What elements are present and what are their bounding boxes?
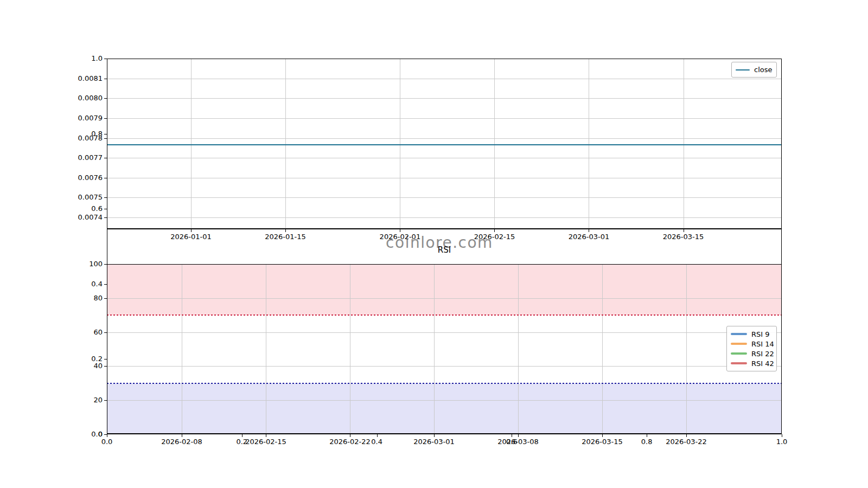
tick-mark xyxy=(104,158,107,158)
tick-mark xyxy=(647,434,647,437)
overlay-x-tick-label: 0.2 xyxy=(236,438,247,446)
tick-mark xyxy=(512,434,512,437)
price-y-tick-label: 0.0079 xyxy=(0,114,103,122)
tick-mark xyxy=(104,298,107,299)
tick-mark xyxy=(104,284,107,285)
legend-line-swatch xyxy=(736,69,750,70)
legend-label: RSI 22 xyxy=(751,350,774,358)
rsi-x-tick-label: 2026-03-08 xyxy=(497,438,539,446)
price-x-tick-label: 2026-01-15 xyxy=(265,233,306,241)
price-y-tick-label: 0.0080 xyxy=(0,94,103,102)
rsi-x-tick-label: 2026-02-08 xyxy=(161,438,202,446)
tick-mark xyxy=(266,434,266,437)
legend-line-swatch xyxy=(731,333,747,335)
legend-entry: close xyxy=(736,65,773,74)
overlay-x-tick-label: 1.0 xyxy=(776,438,788,446)
figure-canvas: coinlore.com RSI 0.00810.00800.00790.007… xyxy=(0,0,868,488)
tick-mark xyxy=(350,434,350,437)
rsi-x-tick-label: 2026-02-22 xyxy=(329,438,371,446)
legend-label: RSI 14 xyxy=(751,340,774,348)
tick-mark xyxy=(104,366,107,367)
rsi-y-tick-label: 20 xyxy=(0,396,103,404)
overlay-x-tick-label: 0.0 xyxy=(101,438,113,446)
tick-mark xyxy=(104,79,107,79)
legend-entry: RSI 14 xyxy=(731,339,773,349)
price-x-tick-label: 2026-02-01 xyxy=(380,233,421,241)
overlay-y-tick-label: 0.0 xyxy=(0,431,103,439)
tick-mark xyxy=(182,434,182,437)
legend-label: close xyxy=(754,66,772,74)
tick-mark xyxy=(104,98,107,99)
close-legend: close xyxy=(731,62,777,78)
rsi-x-tick-label: 2026-03-22 xyxy=(666,438,707,446)
price-y-tick-label: 0.0074 xyxy=(0,214,103,222)
tick-mark xyxy=(285,229,286,232)
legend-line-swatch xyxy=(731,362,747,364)
overlay-y-tick-label: 1.0 xyxy=(0,55,103,63)
price-y-tick-label: 0.0076 xyxy=(0,174,103,182)
tick-mark xyxy=(686,434,687,437)
tick-mark xyxy=(104,217,107,218)
tick-mark xyxy=(104,332,107,333)
tick-mark xyxy=(104,138,107,139)
rsi-x-tick-label: 2026-02-15 xyxy=(245,438,286,446)
overlay-y-tick-label: 0.8 xyxy=(0,130,103,138)
legend-label: RSI 9 xyxy=(751,330,770,338)
tick-mark xyxy=(191,229,192,232)
rsi-x-tick-label: 2026-03-15 xyxy=(582,438,623,446)
tick-mark xyxy=(104,359,107,359)
tick-mark xyxy=(782,434,782,437)
tick-mark xyxy=(104,209,107,209)
tick-mark xyxy=(104,178,107,178)
rsi-y-tick-label: 40 xyxy=(0,362,103,370)
rsi-legend: RSI 9RSI 14RSI 22RSI 42 xyxy=(726,326,777,371)
rsi-x-tick-label: 2026-03-01 xyxy=(413,438,455,446)
tick-mark xyxy=(104,59,107,59)
overlay-x-tick-label: 0.8 xyxy=(641,438,653,446)
rsi-y-tick-label: 80 xyxy=(0,294,103,302)
legend-entry: RSI 9 xyxy=(731,329,773,339)
legend-line-swatch xyxy=(731,343,747,345)
price-y-tick-label: 0.0077 xyxy=(0,154,103,162)
price-x-tick-label: 2026-03-01 xyxy=(569,233,610,241)
price-y-tick-label: 0.0081 xyxy=(0,74,103,82)
tick-mark xyxy=(602,434,603,437)
tick-mark xyxy=(589,229,589,232)
tick-mark xyxy=(104,264,107,265)
tick-mark xyxy=(242,434,242,437)
overlay-y-tick-label: 0.4 xyxy=(0,280,103,288)
tick-mark xyxy=(400,229,400,232)
price-x-tick-label: 2026-01-01 xyxy=(170,233,212,241)
tick-mark xyxy=(377,434,378,437)
tick-mark xyxy=(494,229,495,232)
legend-entry: RSI 42 xyxy=(731,358,773,368)
tick-mark xyxy=(104,400,107,401)
overlay-y-tick-label: 0.6 xyxy=(0,205,103,213)
price-x-tick-label: 2026-02-15 xyxy=(474,233,515,241)
price-x-tick-label: 2026-03-15 xyxy=(663,233,704,241)
overlay-x-tick-label: 0.6 xyxy=(506,438,518,446)
tick-mark xyxy=(104,134,107,134)
legend-label: RSI 42 xyxy=(751,359,774,368)
tick-mark xyxy=(104,118,107,119)
rsi-y-tick-label: 60 xyxy=(0,328,103,336)
tick-mark xyxy=(107,434,107,437)
rsi-y-tick-label: 100 xyxy=(0,260,103,268)
legend-line-swatch xyxy=(731,352,747,355)
price-y-tick-label: 0.0075 xyxy=(0,194,103,202)
overlay-axes-box xyxy=(107,59,782,434)
overlay-y-tick-label: 0.2 xyxy=(0,355,103,363)
tick-mark xyxy=(104,197,107,198)
tick-mark xyxy=(518,434,519,437)
tick-mark xyxy=(434,434,435,437)
tick-mark xyxy=(684,229,684,232)
overlay-x-tick-label: 0.4 xyxy=(371,438,382,446)
legend-entry: RSI 22 xyxy=(731,349,773,358)
